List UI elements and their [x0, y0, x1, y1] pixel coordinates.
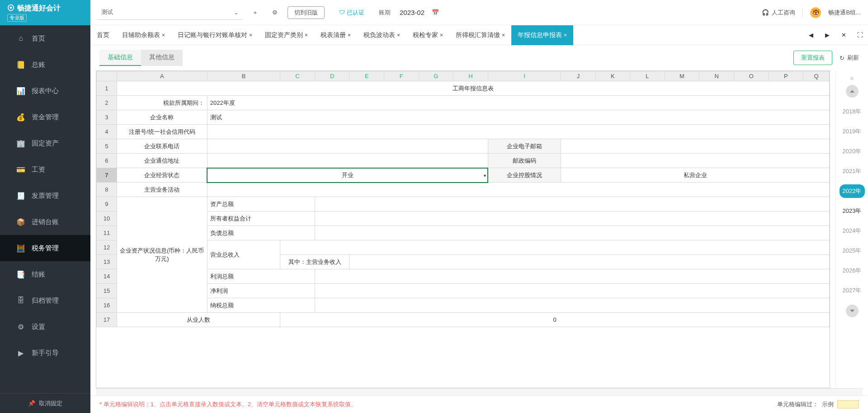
row-header-4[interactable]: 4 [97, 125, 117, 139]
tab-close-icon[interactable]: × [564, 32, 567, 38]
col-header-K[interactable]: K [595, 71, 630, 81]
year-2018年[interactable]: 2018年 [840, 105, 865, 118]
sidebar-item-2[interactable]: 📊报表中心 [0, 78, 90, 104]
reg-code-value[interactable] [207, 125, 829, 139]
reset-report-button[interactable]: 重置报表 [793, 51, 832, 65]
col-header-F[interactable]: F [384, 71, 419, 81]
col-header-I[interactable]: I [488, 71, 561, 81]
year-2025年[interactable]: 2025年 [840, 244, 865, 258]
main-revenue-value[interactable] [349, 255, 830, 269]
tab-6[interactable]: 税检专家 × [406, 25, 449, 45]
subtab-0[interactable]: 基础信息 [99, 50, 141, 66]
holding-value[interactable]: 私营企业 [561, 168, 830, 183]
settings-icon[interactable]: ⚙ [268, 5, 282, 20]
col-header-H[interactable]: H [453, 71, 488, 81]
sidebar-item-4[interactable]: 🏢固定资产 [0, 130, 90, 156]
sidebar-item-11[interactable]: ⚙设置 [0, 314, 90, 340]
zip-value[interactable] [561, 154, 830, 168]
tab-close-icon[interactable]: × [305, 32, 308, 38]
period-value-cell[interactable]: 2022年度 [207, 96, 829, 110]
spreadsheet[interactable]: ABCDEFGHIJKLMNOPQ1工商年报信息表2税款所属期间：2022年度3… [96, 70, 830, 388]
col-header-A[interactable]: A [117, 71, 207, 81]
revenue-value[interactable] [280, 240, 830, 255]
row-header-14[interactable]: 14 [97, 269, 117, 284]
sidebar-item-3[interactable]: 💰资金管理 [0, 104, 90, 130]
row-header-7[interactable]: 7 [97, 168, 117, 183]
tab-0[interactable]: 首页 [90, 25, 116, 45]
col-header-C[interactable]: C [280, 71, 315, 81]
address-value[interactable] [207, 154, 488, 168]
sidebar-item-0[interactable]: ⌂首页 [0, 25, 90, 52]
year-down-button[interactable] [846, 305, 859, 317]
tab-next-button[interactable]: ▶ [819, 25, 835, 45]
sidebar-item-10[interactable]: 🗄归档管理 [0, 287, 90, 314]
col-header-N[interactable]: N [699, 71, 734, 81]
sidebar-unpin[interactable]: 📌 取消固定 [0, 393, 90, 413]
sidebar-item-6[interactable]: 🧾发票管理 [0, 183, 90, 209]
col-header-E[interactable]: E [349, 71, 384, 81]
row-header-17[interactable]: 17 [97, 313, 117, 327]
company-name-value[interactable]: 测试 [207, 110, 829, 125]
col-header-B[interactable]: B [207, 71, 280, 81]
row-header-3[interactable]: 3 [97, 110, 117, 125]
tab-prev-button[interactable]: ◀ [803, 25, 819, 45]
employees-value[interactable]: 0 [280, 313, 830, 327]
row-header-8[interactable]: 8 [97, 183, 117, 197]
row-header-12[interactable]: 12 [97, 240, 117, 255]
fullscreen-button[interactable]: ⛶ [852, 25, 868, 45]
tab-close-icon[interactable]: × [502, 32, 505, 38]
equity-value[interactable] [315, 211, 829, 226]
year-2027年[interactable]: 2027年 [840, 284, 865, 297]
year-2022年[interactable]: 2022年 [840, 184, 865, 198]
sidebar-item-5[interactable]: 💳工资 [0, 156, 90, 183]
liabilities-value[interactable] [315, 226, 829, 240]
status-value[interactable]: 开业 [207, 168, 488, 183]
tab-4[interactable]: 税表清册 × [314, 25, 357, 45]
col-header-P[interactable]: P [769, 71, 803, 81]
row-header-13[interactable]: 13 [97, 255, 117, 269]
tab-7[interactable]: 所得税汇算清缴 × [449, 25, 511, 45]
tab-close-icon[interactable]: × [162, 32, 165, 38]
net-profit-value[interactable] [315, 284, 829, 298]
year-2023年[interactable]: 2023年 [840, 204, 865, 218]
col-header-J[interactable]: J [561, 71, 595, 81]
add-button[interactable]: ＋ [248, 5, 262, 20]
row-header-1[interactable]: 1 [97, 81, 117, 96]
switch-old-button[interactable]: 切到旧版 [288, 6, 325, 19]
tab-close-button[interactable]: ✕ [835, 25, 852, 45]
subtab-1[interactable]: 其他信息 [141, 50, 183, 66]
col-header-Q[interactable]: Q [803, 71, 830, 81]
tab-2[interactable]: 日记账与银行对账单核对 × [171, 25, 259, 45]
year-2026年[interactable]: 2026年 [840, 264, 865, 277]
col-header-M[interactable]: M [665, 71, 699, 81]
main-biz-value[interactable] [207, 183, 829, 197]
year-2019年[interactable]: 2019年 [840, 125, 865, 138]
year-2021年[interactable]: 2021年 [840, 164, 865, 178]
tab-close-icon[interactable]: × [249, 32, 252, 38]
sidebar-item-1[interactable]: 📒总账 [0, 52, 90, 78]
phone-value[interactable] [207, 139, 488, 154]
avatar[interactable]: 🐯 [810, 7, 821, 18]
row-header-5[interactable]: 5 [97, 139, 117, 154]
sidebar-item-9[interactable]: 📑结账 [0, 261, 90, 287]
email-value[interactable] [561, 139, 830, 154]
company-dropdown[interactable]: 测试 ⌄ [98, 5, 242, 20]
year-2020年[interactable]: 2020年 [840, 145, 865, 158]
tab-5[interactable]: 税负波动表 × [357, 25, 406, 45]
profit-value[interactable] [315, 269, 829, 284]
total-assets-value[interactable] [315, 197, 829, 211]
tab-8[interactable]: 年报信息申报表 × [511, 25, 573, 45]
row-header-10[interactable]: 10 [97, 211, 117, 226]
sidebar-item-8[interactable]: 🧮税务管理 [0, 235, 90, 261]
col-header-G[interactable]: G [419, 71, 453, 81]
tab-close-icon[interactable]: × [348, 32, 351, 38]
year-collapse-icon[interactable]: « [850, 74, 854, 82]
horizontal-scrollbar[interactable] [96, 388, 863, 395]
row-header-16[interactable]: 16 [97, 298, 117, 313]
row-header-2[interactable]: 2 [97, 96, 117, 110]
sidebar-item-7[interactable]: 📦进销台账 [0, 209, 90, 235]
refresh-button[interactable]: ↻ 刷新 [840, 54, 859, 62]
tab-close-icon[interactable]: × [440, 32, 443, 38]
tab-close-icon[interactable]: × [397, 32, 400, 38]
year-2024年[interactable]: 2024年 [840, 224, 865, 238]
